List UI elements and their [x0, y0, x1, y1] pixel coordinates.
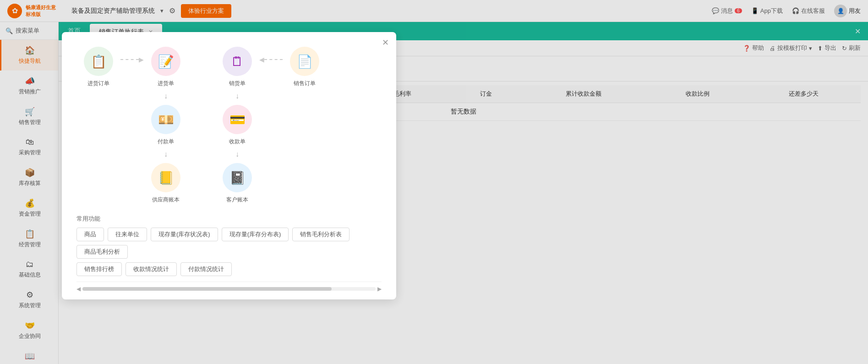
flow-diagram: 📋 进货订单 ▶ 📝 进货单 ↓ [76, 43, 382, 207]
scrollbar-thumb[interactable] [82, 287, 332, 291]
node-customer-ledger[interactable]: 📓 客户账本 [223, 163, 252, 204]
node-icon-receipt-bill: 💳 [223, 105, 252, 134]
flow-section-sales-order: 📄 销售订单 [283, 43, 327, 91]
func-btn-6[interactable]: 销售排行榜 [76, 262, 122, 276]
node-sales-bill[interactable]: 🗒 销货单 [223, 47, 252, 87]
arrow-right-dashed-1: ▶ [120, 56, 144, 63]
func-btn-7[interactable]: 收款情况统计 [126, 262, 177, 276]
flow-section-purchase-order: 📋 进货订单 [76, 43, 120, 91]
modal-scrollbar: ◀ ▶ [76, 282, 382, 292]
node-label-sales-bill: 销货单 [229, 80, 246, 87]
common-func-title: 常用功能 [76, 215, 382, 223]
flow-section-col3: 🗒 销货单 ↓ 💳 收款单 ↓ 📓 客户账本 [215, 43, 259, 207]
node-purchase-bill[interactable]: 📝 进货单 [151, 47, 180, 87]
func-btn-0[interactable]: 商品 [76, 228, 104, 241]
arrow-down-supplier: ↓ [164, 150, 168, 158]
arrow-down-payment: ↓ [164, 92, 168, 100]
func-btn-1[interactable]: 往来单位 [108, 228, 147, 241]
node-label-payment-bill: 付款单 [158, 138, 174, 146]
node-payment-bill[interactable]: 💴 付款单 [151, 105, 180, 146]
node-label-sales-order: 销售订单 [294, 80, 316, 87]
quick-nav-modal: ✕ 📋 进货订单 ▶ 📝 [62, 32, 396, 299]
modal-overlay[interactable]: ✕ 📋 进货订单 ▶ 📝 [0, 0, 868, 364]
arrow-left-dashed-2: ◀ [259, 56, 283, 63]
node-label-purchase-order: 进货订单 [87, 80, 109, 87]
arrow-down-customer: ↓ [235, 150, 239, 158]
scrollbar-track [82, 287, 376, 291]
arrow-down-receipt: ↓ [235, 92, 239, 100]
node-label-supplier-ledger: 供应商账本 [152, 196, 180, 204]
node-sales-order[interactable]: 📄 销售订单 [290, 47, 319, 87]
node-icon-supplier-ledger: 📒 [151, 163, 180, 192]
node-label-purchase-bill: 进货单 [158, 80, 174, 87]
func-btn-5[interactable]: 商品毛利分析 [76, 245, 128, 259]
func-btn-3[interactable]: 现存量(库存分布表) [222, 228, 289, 241]
node-supplier-ledger[interactable]: 📒 供应商账本 [151, 163, 180, 204]
func-buttons-row2: 销售排行榜 收款情况统计 付款情况统计 [76, 262, 382, 276]
node-icon-sales-order: 📄 [290, 47, 319, 76]
common-functions: 常用功能 商品 往来单位 现存量(库存状况表) 现存量(库存分布表) 销售毛利分… [76, 215, 382, 276]
node-icon-purchase-bill: 📝 [151, 47, 180, 76]
flow-section-col2: 📝 进货单 ↓ 💴 付款单 ↓ 📒 供应商账本 [144, 43, 188, 207]
node-icon-payment-bill: 💴 [151, 105, 180, 134]
func-btn-8[interactable]: 付款情况统计 [180, 262, 232, 276]
node-receipt-bill[interactable]: 💳 收款单 [223, 105, 252, 146]
func-btn-2[interactable]: 现存量(库存状况表) [151, 228, 218, 241]
node-icon-customer-ledger: 📓 [223, 163, 252, 192]
modal-close-icon[interactable]: ✕ [382, 38, 389, 48]
node-icon-sales-bill: 🗒 [223, 47, 252, 76]
node-icon-purchase-order: 📋 [84, 47, 113, 76]
scroll-left-icon[interactable]: ◀ [76, 286, 81, 292]
func-btn-4[interactable]: 销售毛利分析表 [292, 228, 349, 241]
node-label-receipt-bill: 收款单 [229, 138, 246, 146]
scroll-right-icon[interactable]: ▶ [377, 286, 382, 292]
func-buttons: 商品 往来单位 现存量(库存状况表) 现存量(库存分布表) 销售毛利分析表 商品… [76, 228, 382, 259]
node-purchase-order[interactable]: 📋 进货订单 [84, 47, 113, 87]
node-label-customer-ledger: 客户账本 [226, 196, 248, 204]
